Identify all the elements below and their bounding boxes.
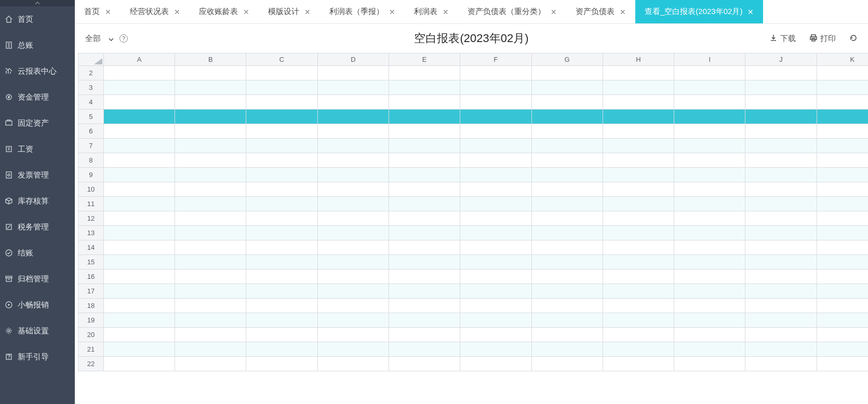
sidebar-item-5[interactable]: 工资 [0,136,75,162]
cell-K6[interactable] [817,124,868,139]
col-header-F[interactable]: F [460,53,531,66]
cell-D3[interactable] [317,80,389,95]
cell-D8[interactable] [317,153,389,168]
cell-F21[interactable] [460,342,531,357]
cell-B16[interactable] [175,270,246,284]
close-icon[interactable]: ✕ [620,8,626,16]
cell-B8[interactable] [175,153,246,168]
row-header-18[interactable]: 18 [78,299,104,313]
cell-A20[interactable] [103,328,175,342]
cell-B19[interactable] [175,313,246,328]
cell-F11[interactable] [460,197,531,211]
cell-D18[interactable] [317,299,389,313]
cell-K17[interactable] [817,284,868,299]
cell-F15[interactable] [460,255,531,270]
cell-G8[interactable] [531,153,603,168]
cell-G3[interactable] [531,80,603,95]
cell-G6[interactable] [531,124,603,139]
row-header-16[interactable]: 16 [78,270,104,284]
col-header-B[interactable]: B [175,53,246,66]
cell-C5[interactable] [246,110,317,124]
sidebar-item-2[interactable]: 云报表中心 [0,58,75,84]
cell-H17[interactable] [603,284,674,299]
cell-C13[interactable] [246,226,317,240]
tab-8[interactable]: 查看_空白报表(2023年02月)✕ [635,0,763,23]
cell-C17[interactable] [246,284,317,299]
cell-B5[interactable] [175,110,246,124]
cell-K21[interactable] [817,342,868,357]
cell-J20[interactable] [745,328,817,342]
cell-G14[interactable] [531,240,603,255]
row-header-12[interactable]: 12 [78,211,104,226]
cell-H4[interactable] [603,95,674,110]
cell-A22[interactable] [103,357,175,371]
cell-I21[interactable] [674,342,745,357]
tab-6[interactable]: 资产负债表（重分类）✕ [458,0,566,23]
cell-E5[interactable] [389,110,460,124]
cell-K20[interactable] [817,328,868,342]
cell-E10[interactable] [389,182,460,197]
cell-J18[interactable] [745,299,817,313]
row-header-6[interactable]: 6 [78,124,104,139]
close-icon[interactable]: ✕ [243,8,249,16]
close-icon[interactable]: ✕ [174,8,180,16]
row-header-8[interactable]: 8 [78,153,104,168]
cell-C22[interactable] [246,357,317,371]
cell-D14[interactable] [317,240,389,255]
cell-C11[interactable] [246,197,317,211]
cell-B9[interactable] [175,168,246,182]
tab-0[interactable]: 首页✕ [75,0,121,23]
cell-J4[interactable] [745,95,817,110]
print-button[interactable]: 打印 [809,34,836,44]
sidebar-item-9[interactable]: 结账 [0,240,75,266]
cell-A5[interactable] [103,110,175,124]
cell-B12[interactable] [175,211,246,226]
cell-J9[interactable] [745,168,817,182]
row-header-2[interactable]: 2 [78,66,104,80]
cell-B10[interactable] [175,182,246,197]
cell-G5[interactable] [531,110,603,124]
cell-A6[interactable] [103,124,175,139]
cell-F3[interactable] [460,80,531,95]
cell-B4[interactable] [175,95,246,110]
cell-H19[interactable] [603,313,674,328]
cell-A19[interactable] [103,313,175,328]
cell-B17[interactable] [175,284,246,299]
cell-F20[interactable] [460,328,531,342]
sidebar-item-6[interactable]: 发票管理 [0,162,75,188]
cell-G13[interactable] [531,226,603,240]
cell-J11[interactable] [745,197,817,211]
cell-A15[interactable] [103,255,175,270]
spreadsheet[interactable]: ABCDEFGHIJK23456789101112131415161718192… [75,53,868,404]
col-header-D[interactable]: D [317,53,389,66]
cell-I15[interactable] [674,255,745,270]
cell-C20[interactable] [246,328,317,342]
cell-F10[interactable] [460,182,531,197]
cell-A4[interactable] [103,95,175,110]
cell-E13[interactable] [389,226,460,240]
cell-E2[interactable] [389,66,460,80]
cell-F13[interactable] [460,226,531,240]
sidebar-item-1[interactable]: 总账 [0,32,75,58]
sidebar-scroll-up[interactable] [0,0,75,6]
tab-3[interactable]: 模版设计✕ [259,0,320,23]
refresh-button[interactable] [849,34,858,44]
tab-1[interactable]: 经营状况表✕ [121,0,190,23]
cell-K22[interactable] [817,357,868,371]
cell-F4[interactable] [460,95,531,110]
cell-C8[interactable] [246,153,317,168]
cell-B7[interactable] [175,139,246,153]
cell-H14[interactable] [603,240,674,255]
cell-H21[interactable] [603,342,674,357]
cell-I3[interactable] [674,80,745,95]
cell-G18[interactable] [531,299,603,313]
cell-A14[interactable] [103,240,175,255]
cell-F2[interactable] [460,66,531,80]
cell-C12[interactable] [246,211,317,226]
cell-I19[interactable] [674,313,745,328]
cell-G21[interactable] [531,342,603,357]
cell-A8[interactable] [103,153,175,168]
sidebar-item-4[interactable]: 固定资产 [0,110,75,136]
cell-K14[interactable] [817,240,868,255]
cell-B18[interactable] [175,299,246,313]
